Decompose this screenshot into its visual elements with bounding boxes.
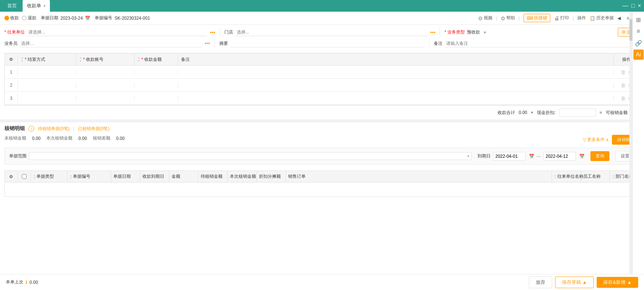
tab-pending[interactable]: 待核销单据(0笔) <box>38 126 70 132</box>
calendar-icon[interactable]: 📅 <box>85 16 90 21</box>
partner-input[interactable] <box>27 28 207 36</box>
calendar-from-icon[interactable]: 📅 <box>529 154 534 159</box>
total-label: 收款合计 <box>498 110 515 116</box>
discount-input[interactable] <box>559 109 596 117</box>
delete-row-2-icon[interactable]: 🗑 <box>621 82 626 88</box>
select-all-checkbox[interactable] <box>22 174 27 179</box>
td-amount-2[interactable] <box>134 83 178 87</box>
sort-dept-icon[interactable]: ▲▼ <box>612 174 615 179</box>
save-new-button[interactable]: 保存&新增 ▲ <box>597 277 638 288</box>
staff-label: 业务员 <box>4 40 17 47</box>
scroll-thumb[interactable] <box>629 19 632 41</box>
btn-prev[interactable]: ◀ <box>617 16 621 21</box>
tab-close-icon[interactable]: × <box>43 4 46 8</box>
more-conditions-btn[interactable]: ▽ 更多条件 ∧ <box>583 137 609 143</box>
history-icon: 📋 <box>590 16 595 21</box>
chevron-up-icon: ∧ <box>606 137 609 142</box>
form-section: 往来单位 ••• 门店 ••• 业务类型 预收款 ▾ ⚙ 设置 业务员 <box>0 25 644 53</box>
toolbar-right: ⊙ 视频 | ⊙ 帮助 | ⌨ 快捷键 🖨 打印 | 操作 📋 <box>478 14 640 22</box>
td-remark-1[interactable] <box>178 70 614 74</box>
td-method-3[interactable] <box>18 96 76 101</box>
store-more-icon[interactable]: ••• <box>430 30 436 35</box>
btn-help[interactable]: ⊙ 帮助 <box>501 15 515 21</box>
hexiao-section: 核销明细 i 待核销单据(0笔) | 已核销单据(0笔) 未核销金额 0.00 … <box>0 122 644 200</box>
table2-wrapper: ⚙ ▲▼ 单据类型 ▲▼ 单据编号 单据日期 收款到期日 <box>4 168 640 197</box>
uncancelled-label: 未核销金额 <box>4 135 26 141</box>
td-account-3[interactable] <box>76 96 134 101</box>
business-type-field: 业务类型 预收款 ▾ <box>444 29 613 35</box>
partner-more-icon[interactable]: ••• <box>210 30 215 35</box>
business-type-value: 预收款 <box>467 29 480 35</box>
range-select[interactable]: ▾ <box>29 152 472 160</box>
form-sep-2 <box>440 28 440 37</box>
maximize-icon[interactable]: □ <box>631 3 635 9</box>
table-header: ⚙ ▲▼ * 结算方式 ▲▼ * 收款账号 ▲▼ * 收款金额 备注 操作 <box>5 54 639 66</box>
sidebar-ai-icon[interactable]: Ai <box>633 50 644 60</box>
minimize-icon[interactable]: — <box>623 3 628 9</box>
sort-num-icon[interactable]: ▲▼ <box>70 174 72 179</box>
radio-shoukuan[interactable]: 收款 <box>4 15 19 21</box>
sort-partner-icon[interactable]: ▲▼ <box>554 174 557 179</box>
table2-gear-icon[interactable]: ⚙ <box>5 172 18 181</box>
save-draft-button[interactable]: 保存草稿 ▲ <box>555 277 594 288</box>
bottom-bar: 本单上次 ℹ 0.00 放弃 保存草稿 ▲ 保存&新增 ▲ <box>0 274 644 290</box>
t2-th-employee: 员工名称 <box>581 171 610 182</box>
business-type-arrow-icon[interactable]: ▾ <box>484 30 486 35</box>
btn-print[interactable]: 🖨 打印 <box>554 15 569 21</box>
sort-method-icon[interactable]: ▲▼ <box>21 56 24 63</box>
partner-field: 往来单位 ••• <box>4 28 215 36</box>
discard-button[interactable]: 放弃 <box>529 277 552 288</box>
table-row: 2 🗑 ⊕ <box>5 79 639 92</box>
filter-icon: ▽ <box>583 137 586 142</box>
table2-checkbox[interactable] <box>18 172 31 181</box>
tab-current[interactable]: 收款单 × <box>23 0 50 12</box>
radio-dot-empty <box>22 16 27 20</box>
table-gear-icon[interactable]: ⚙ <box>5 55 18 64</box>
query-button[interactable]: 查询 <box>590 151 609 161</box>
diff-label: 核销差额 <box>93 135 110 141</box>
table2-body <box>4 182 640 197</box>
delete-row-3-icon[interactable]: 🗑 <box>621 95 626 101</box>
calendar-to-icon[interactable]: 📅 <box>579 154 585 159</box>
td-method-1[interactable] <box>18 70 76 74</box>
td-remark-3[interactable] <box>178 96 614 101</box>
form-sep-1 <box>220 28 220 37</box>
td-amount-1[interactable] <box>134 70 178 74</box>
td-account-2[interactable] <box>76 83 134 87</box>
delete-row-icon[interactable]: 🗑 <box>621 69 626 75</box>
staff-more-icon[interactable]: ••• <box>205 40 210 46</box>
btn-operation[interactable]: 操作 <box>577 15 586 21</box>
total-row: 收款合计 0.00 + 现金折扣: = 可核销金额 0.00 <box>0 105 644 119</box>
date-to-input[interactable] <box>543 152 576 161</box>
discount-label: 现金折扣: <box>537 110 555 116</box>
btn-shortcut[interactable]: ⌨ 快捷键 <box>523 14 550 22</box>
form-sep-4 <box>429 39 429 48</box>
tab-done[interactable]: 已核销单据(0笔) <box>78 126 110 132</box>
td-account-1[interactable] <box>76 70 134 74</box>
td-amount-3[interactable] <box>134 96 178 101</box>
close-icon[interactable]: × <box>638 3 641 9</box>
t2-th-this-cancel: 本次核销金额 <box>228 171 257 182</box>
right-sidebar: ⊞ ≡ 🔗 Ai <box>632 12 644 290</box>
date-from-input[interactable] <box>493 152 526 161</box>
td-method-2[interactable] <box>18 83 76 87</box>
btn-video[interactable]: ⊙ 视频 <box>478 15 492 21</box>
t2-th-partner: ▲▼ 往来单位名称 <box>552 171 581 182</box>
sidebar-table-icon[interactable]: ⊞ <box>633 15 644 25</box>
radio-tuikuan[interactable]: 退款 <box>22 15 36 21</box>
hexiao-info-icon[interactable]: i <box>28 126 34 132</box>
tab-home[interactable]: 首页 <box>3 0 21 12</box>
t2-th-amount: 金额 <box>169 171 199 182</box>
sidebar-list-icon[interactable]: ≡ <box>633 26 644 36</box>
sort-account-icon[interactable]: ▲▼ <box>79 56 82 63</box>
store-input[interactable] <box>235 28 427 36</box>
td-remark-2[interactable] <box>178 83 614 87</box>
btn-history[interactable]: 📋 历史单据 <box>590 15 614 21</box>
remark-input[interactable] <box>445 40 640 47</box>
sort-type-icon[interactable]: ▲▼ <box>33 174 36 179</box>
sort-amount-icon[interactable]: ▲▼ <box>137 56 140 63</box>
summary-input[interactable] <box>230 40 425 47</box>
last-order-info-icon[interactable]: ℹ <box>25 280 27 285</box>
sidebar-attach-icon[interactable]: 🔗 <box>633 38 644 48</box>
staff-input[interactable] <box>20 40 202 47</box>
